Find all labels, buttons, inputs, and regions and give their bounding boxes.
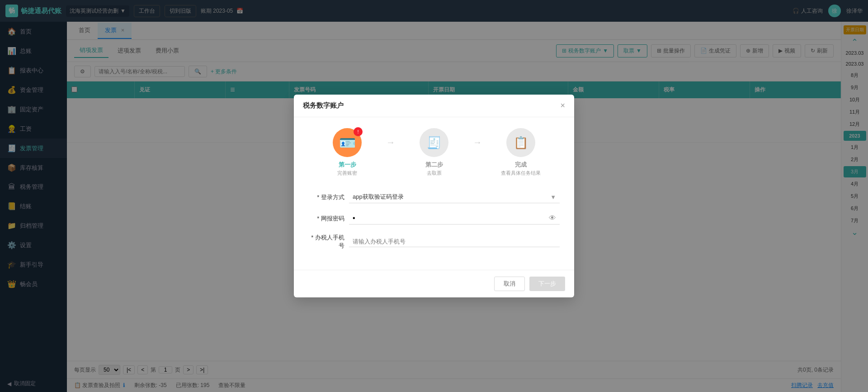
step-3-label: 完成 bbox=[515, 161, 527, 169]
next-button[interactable]: 下一步 bbox=[529, 277, 565, 291]
step-arrow-1: → bbox=[386, 128, 395, 148]
phone-label: * 办税人手机号 bbox=[308, 234, 349, 250]
modal-title: 税务数字账户 bbox=[303, 101, 344, 110]
modal-body: 🪪 ! 第一步 完善账密 → 🧾 第二步 去取票 → bbox=[294, 117, 574, 270]
eye-icon[interactable]: 👁 bbox=[549, 214, 556, 222]
step-arrow-2: → bbox=[473, 128, 482, 148]
modal-overlay: 税务数字账户 × 🪪 ! 第一步 完善账密 → bbox=[0, 0, 868, 392]
password-row: * 网报密码 👁 bbox=[308, 212, 560, 225]
step-1-label: 第一步 bbox=[339, 161, 356, 169]
step-1-desc: 完善账密 bbox=[337, 170, 357, 177]
clipboard-icon: 📋 bbox=[514, 136, 528, 150]
login-method-value: app获取验证码登录 bbox=[353, 193, 550, 201]
modal-close-button[interactable]: × bbox=[560, 101, 565, 110]
password-label: * 网报密码 bbox=[308, 215, 349, 223]
step-1-badge: ! bbox=[354, 127, 363, 136]
modal-footer: 取消 下一步 bbox=[294, 270, 574, 297]
login-method-label: * 登录方式 bbox=[308, 193, 349, 201]
step-2-icon: 🧾 bbox=[420, 128, 448, 157]
cancel-button[interactable]: 取消 bbox=[494, 277, 525, 291]
phone-row: * 办税人手机号 bbox=[308, 234, 560, 250]
login-method-row: * 登录方式 app获取验证码登录 ▼ bbox=[308, 191, 560, 203]
step-1: 🪪 ! 第一步 完善账密 bbox=[308, 128, 386, 177]
user-card-icon: 🪪 bbox=[339, 135, 356, 151]
step-3-desc: 查看具体任务结果 bbox=[501, 170, 541, 177]
tax-digital-modal: 税务数字账户 × 🪪 ! 第一步 完善账密 → bbox=[294, 95, 574, 297]
phone-input[interactable] bbox=[349, 236, 560, 247]
modal-header: 税务数字账户 × bbox=[294, 95, 574, 117]
steps-row: 🪪 ! 第一步 完善账密 → 🧾 第二步 去取票 → bbox=[308, 128, 560, 177]
step-2: 🧾 第二步 去取票 bbox=[395, 128, 473, 177]
receipt-icon: 🧾 bbox=[427, 136, 441, 150]
chevron-down-icon: ▼ bbox=[550, 194, 556, 201]
login-method-select[interactable]: app获取验证码登录 ▼ bbox=[349, 191, 560, 203]
password-input[interactable] bbox=[353, 214, 556, 222]
step-3: 📋 完成 查看具体任务结果 bbox=[482, 128, 560, 177]
step-2-label: 第二步 bbox=[425, 161, 443, 169]
step-1-icon: 🪪 ! bbox=[333, 128, 362, 157]
step-3-icon: 📋 bbox=[506, 128, 535, 157]
step-2-desc: 去取票 bbox=[427, 170, 442, 177]
